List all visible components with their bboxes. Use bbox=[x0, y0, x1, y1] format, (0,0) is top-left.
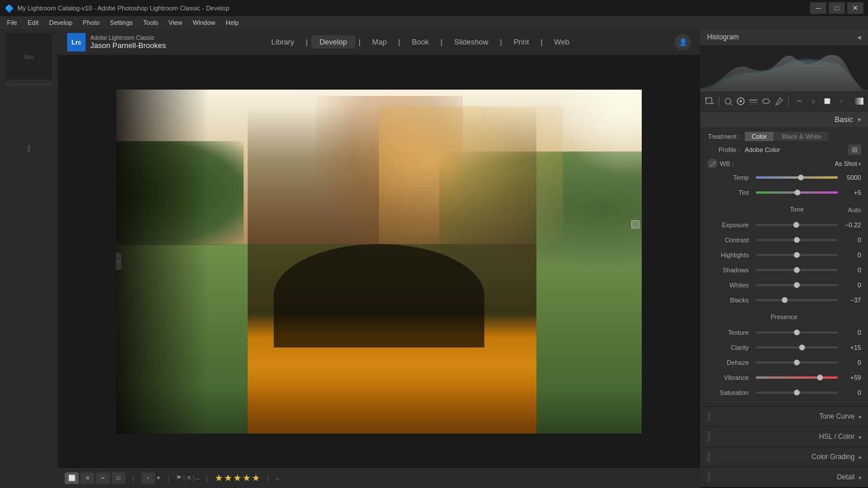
photo-glare bbox=[555, 90, 642, 176]
treatment-bw-btn[interactable]: Black & White bbox=[775, 132, 828, 141]
contrast-thumb[interactable] bbox=[794, 237, 800, 243]
clarity-thumb[interactable] bbox=[799, 345, 805, 350]
histogram-section: Histogram ◂ bbox=[700, 29, 868, 91]
exposure-slider[interactable] bbox=[756, 224, 838, 226]
menu-view[interactable]: View bbox=[164, 18, 187, 27]
treatment-color-btn[interactable]: Color bbox=[745, 132, 774, 141]
hsl-section[interactable]: HSL / Color ◂ bbox=[700, 427, 868, 447]
temp-slider[interactable] bbox=[756, 176, 838, 179]
contrast-slider[interactable] bbox=[756, 239, 838, 241]
menu-edit[interactable]: Edit bbox=[23, 18, 43, 27]
vibrance-label: Vibrance bbox=[707, 374, 753, 381]
tab-book[interactable]: Book bbox=[404, 35, 437, 49]
star-rating[interactable]: ★ ★ ★ ★ ★ bbox=[215, 472, 260, 483]
left-panel-collapse[interactable] bbox=[28, 145, 30, 153]
svg-point-6 bbox=[740, 100, 742, 102]
wb-eyedropper[interactable] bbox=[707, 158, 718, 169]
menu-photo[interactable]: Photo bbox=[78, 18, 104, 27]
circle-icon[interactable]: ○ bbox=[835, 95, 848, 108]
wb-dropdown-arrow[interactable]: ▾ bbox=[858, 161, 861, 167]
tab-develop[interactable]: Develop bbox=[311, 35, 355, 49]
tab-map[interactable]: Map bbox=[364, 35, 395, 49]
tab-library[interactable]: Library bbox=[263, 35, 303, 49]
flag-controls: ⚑ | ✕ | – bbox=[176, 474, 199, 482]
tone-curve-marker bbox=[707, 411, 711, 422]
left-panel-toggle[interactable]: ‹ bbox=[116, 253, 122, 270]
adjustment-brush-tool[interactable] bbox=[774, 95, 784, 108]
profile-grid-button[interactable]: ⊞ bbox=[848, 145, 861, 155]
menubar: File Edit Develop Photo Settings Tools V… bbox=[0, 16, 868, 29]
point-curve-icon[interactable]: ◇ bbox=[807, 95, 820, 108]
menu-file[interactable]: File bbox=[2, 18, 22, 27]
saturation-thumb[interactable] bbox=[794, 390, 800, 395]
redeye-tool[interactable] bbox=[736, 95, 745, 108]
color-grading-marker bbox=[707, 452, 711, 462]
reject-icon[interactable]: ✕ bbox=[186, 474, 192, 482]
graduated-filter-tool[interactable] bbox=[749, 95, 758, 108]
highlights-slider[interactable] bbox=[756, 254, 838, 256]
nav-tabs: Library | Develop | Map | Book | Slidesh… bbox=[263, 35, 578, 49]
shadows-thumb[interactable] bbox=[794, 267, 800, 273]
photo-hair-glow bbox=[379, 106, 563, 244]
maximize-button[interactable]: □ bbox=[829, 2, 845, 14]
remove-flag-icon[interactable]: – bbox=[196, 475, 199, 482]
basic-panel-header[interactable]: Basic ▾ bbox=[700, 112, 868, 127]
whites-slider[interactable] bbox=[756, 284, 838, 286]
blacks-thumb[interactable] bbox=[782, 297, 788, 303]
menu-window[interactable]: Window bbox=[188, 18, 220, 27]
tab-print[interactable]: Print bbox=[505, 35, 537, 49]
detail-section[interactable]: Detail ◂ bbox=[700, 467, 868, 487]
highlights-thumb[interactable] bbox=[794, 252, 800, 258]
close-button[interactable]: ✕ bbox=[847, 2, 863, 14]
saturation-slider[interactable] bbox=[756, 391, 838, 394]
clarity-slider[interactable] bbox=[756, 346, 838, 349]
tab-web[interactable]: Web bbox=[546, 35, 578, 49]
shadows-slider[interactable] bbox=[756, 269, 838, 271]
minimize-button[interactable]: ─ bbox=[810, 2, 826, 14]
spot-removal-tool[interactable] bbox=[723, 95, 733, 108]
tint-thumb[interactable] bbox=[795, 190, 800, 195]
flag-icon[interactable]: ⚑ bbox=[176, 474, 182, 482]
tab-slideshow[interactable]: Slideshow bbox=[446, 35, 496, 49]
hsl-arrow: ◂ bbox=[858, 434, 861, 440]
tone-group-label: Tone bbox=[753, 206, 840, 213]
dehaze-thumb[interactable] bbox=[794, 360, 800, 365]
view-grid1[interactable]: ⊞ bbox=[80, 472, 94, 484]
view-grid2[interactable]: ▪▪ bbox=[96, 472, 110, 484]
tint-slider[interactable] bbox=[756, 191, 838, 194]
left-divider bbox=[6, 83, 52, 86]
lrc-icon: Lrc bbox=[67, 33, 86, 51]
radial-filter-tool[interactable] bbox=[762, 95, 771, 108]
titlebar-title: 🔷 My Lightroom Catalog-v10 - Adobe Photo… bbox=[5, 4, 229, 13]
view-icon-extra1[interactable]: ▪ bbox=[141, 472, 155, 484]
hsl-title: HSL / Color bbox=[714, 432, 855, 441]
menu-help[interactable]: Help bbox=[221, 18, 244, 27]
color-grading-section[interactable]: Color Grading ◂ bbox=[700, 447, 868, 467]
view-loupe[interactable]: ⬜ bbox=[65, 472, 79, 484]
dehaze-slider[interactable] bbox=[756, 361, 838, 364]
parametric-curve-icon[interactable]: 〜 bbox=[793, 95, 806, 108]
tone-auto-btn[interactable]: Auto bbox=[840, 206, 861, 213]
menu-settings[interactable]: Settings bbox=[105, 18, 138, 27]
temp-thumb[interactable] bbox=[798, 175, 804, 180]
rating-minus[interactable]: – bbox=[275, 475, 279, 482]
menu-develop[interactable]: Develop bbox=[45, 18, 77, 27]
user-avatar[interactable]: 👤 bbox=[675, 34, 691, 50]
texture-slider[interactable] bbox=[756, 331, 838, 334]
tone-curve-section[interactable]: Tone Curve ◂ bbox=[700, 406, 868, 427]
tone-curve-arrow: ◂ bbox=[858, 413, 861, 420]
histogram-collapse-arrow: ◂ bbox=[857, 32, 861, 42]
view-compare[interactable]: ◫ bbox=[112, 472, 126, 484]
texture-thumb[interactable] bbox=[794, 330, 800, 335]
vibrance-thumb[interactable] bbox=[817, 375, 823, 380]
crop-tool[interactable] bbox=[705, 95, 714, 108]
vibrance-slider[interactable] bbox=[756, 376, 838, 379]
menu-tools[interactable]: Tools bbox=[139, 18, 163, 27]
histogram-header[interactable]: Histogram ◂ bbox=[700, 29, 868, 45]
whites-thumb[interactable] bbox=[794, 282, 800, 288]
tone-gradient-bar bbox=[854, 98, 863, 105]
blacks-slider[interactable] bbox=[756, 299, 838, 301]
exposure-thumb[interactable] bbox=[793, 222, 799, 228]
tint-label: Tint bbox=[707, 189, 753, 196]
rectangle-icon[interactable]: ⬜ bbox=[821, 95, 834, 108]
